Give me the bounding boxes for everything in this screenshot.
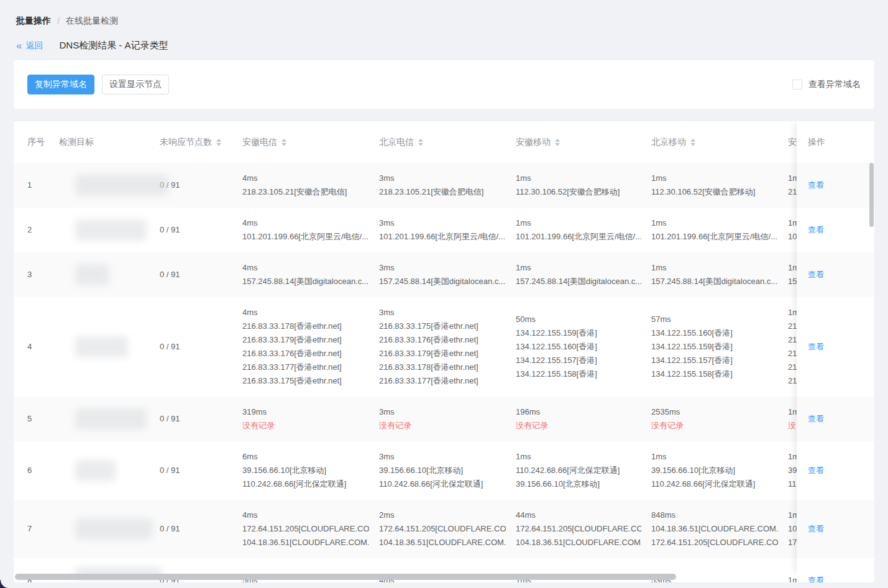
redacted-target xyxy=(75,460,116,481)
dns-record: 157.245.88.14[美国digitalocean.c... xyxy=(651,275,778,288)
sort-carets-icon[interactable] xyxy=(216,139,221,146)
double-chevron-left-icon[interactable]: « xyxy=(16,40,22,51)
dns-record: 39.156.66.10[北京移动] xyxy=(379,464,506,477)
target-cell xyxy=(59,252,160,297)
breadcrumb-section[interactable]: 批量操作 xyxy=(16,16,51,27)
result-cell-anhui_mobile: 1ms112.30.106.52[安徽合肥移动] xyxy=(516,163,651,208)
horizontal-scrollbar-thumb[interactable] xyxy=(15,574,676,580)
target-cell xyxy=(59,208,160,252)
dns-record: 39.156.66.10[北京移动] xyxy=(242,464,369,477)
target-cell xyxy=(59,397,160,441)
column-header-anhui_telecom[interactable]: 安徽电信 xyxy=(242,121,379,163)
view-link[interactable]: 查看 xyxy=(808,575,824,582)
seq-cell-value: 5 xyxy=(27,412,49,426)
column-label: 北京移动 xyxy=(651,137,686,148)
action-cell: 查看 xyxy=(797,252,874,297)
toolbar-card: 复制异常域名 设置显示节点 查看异常域名 xyxy=(14,60,874,109)
sort-carets-icon[interactable] xyxy=(282,139,286,146)
sort-carets-icon[interactable] xyxy=(418,139,423,146)
dns-record: 216.83.33.179[香港ethr.net] xyxy=(379,347,506,361)
target-cell xyxy=(59,441,160,500)
result-cell-anhui_telecom: 4ms216.83.33.178[香港ethr.net]216.83.33.17… xyxy=(242,297,379,397)
latency-value: 44ms xyxy=(516,508,641,522)
unresponsive-cell-value: 0 / 91 xyxy=(160,340,232,354)
table-row: 60 / 916ms39.156.66.10[北京移动]110.242.68.6… xyxy=(14,441,874,500)
no-record-text: 没有记录 xyxy=(242,419,369,433)
action-cell: 查看 xyxy=(797,558,874,582)
view-abnormal-checkbox[interactable] xyxy=(792,80,802,90)
latency-value: 319ms xyxy=(242,405,369,419)
unresponsive-cell-value: 0 / 91 xyxy=(160,522,232,536)
dns-record: 218.23.105.21[安徽合肥电信] xyxy=(242,185,369,199)
table-scroll-viewport[interactable]: 序号检测目标未响应节点数安徽电信北京电信安徽移动北京移动安徽联通 10 / 91… xyxy=(14,121,874,582)
sort-ascending-icon xyxy=(555,139,560,142)
sort-ascending-icon xyxy=(690,139,695,142)
dns-record: 112.30.106.52[安徽合肥移动] xyxy=(516,185,641,199)
column-header-unresponsive[interactable]: 未响应节点数 xyxy=(160,121,242,163)
table-row: 10 / 914ms218.23.105.21[安徽合肥电信]3ms218.23… xyxy=(14,163,874,208)
view-link[interactable]: 查看 xyxy=(808,523,824,535)
view-link[interactable]: 查看 xyxy=(808,180,824,191)
toolbar-right-group: 查看异常域名 xyxy=(792,79,861,90)
back-bar: « 返回 DNS检测结果 - A记录类型 xyxy=(16,40,168,52)
result-cell-beijing_telecom: 3ms没有记录 xyxy=(379,397,516,441)
view-link[interactable]: 查看 xyxy=(808,465,824,476)
column-header-target: 检测目标 xyxy=(59,121,160,163)
redacted-target xyxy=(75,175,168,196)
dns-record: 134.122.155.159[香港] xyxy=(651,340,778,354)
unresponsive-cell-value: 0 / 91 xyxy=(160,412,232,426)
table-row: 30 / 914ms157.245.88.14[美国digitalocean.c… xyxy=(14,252,874,297)
action-cells: 查看查看查看查看查看查看查看查看 xyxy=(797,163,874,582)
unresponsive-cell: 0 / 91 xyxy=(160,252,242,297)
sort-ascending-icon xyxy=(282,139,286,142)
result-cell-beijing_telecom: 3ms218.23.105.21[安徽合肥电信] xyxy=(379,163,516,208)
latency-value: 3ms xyxy=(379,216,506,230)
view-link[interactable]: 查看 xyxy=(808,341,824,352)
dns-record: 172.64.151.205[CLOUDFLARE.CO... xyxy=(379,522,506,536)
result-cell-beijing_mobile: 57ms134.122.155.160[香港]134.122.155.159[香… xyxy=(651,297,788,397)
target-cell xyxy=(59,500,160,558)
latency-value: 1ms xyxy=(651,172,778,185)
action-cell: 查看 xyxy=(797,500,874,558)
set-display-nodes-button[interactable]: 设置显示节点 xyxy=(102,75,169,94)
target-domain: google.com xyxy=(81,581,150,582)
no-record-text: 没有记录 xyxy=(379,419,506,433)
copy-abnormal-domains-button[interactable]: 复制异常域名 xyxy=(27,75,94,94)
latency-value: 6ms xyxy=(242,450,369,464)
action-cell: 查看 xyxy=(797,163,874,208)
dns-record: 134.122.155.160[香港] xyxy=(651,326,778,340)
dns-record: 216.83.33.175[香港ethr.net] xyxy=(379,319,506,333)
dns-record: 110.242.68.66[河北保定联通] xyxy=(379,477,506,491)
latency-value: 196ms xyxy=(516,405,641,419)
view-link[interactable]: 查看 xyxy=(808,224,824,236)
seq-cell: 4 xyxy=(14,297,59,397)
latency-value: 1ms xyxy=(651,216,778,230)
vertical-scrollbar-thumb[interactable] xyxy=(869,163,874,227)
view-link[interactable]: 查看 xyxy=(808,413,824,425)
column-header-anhui_mobile[interactable]: 安徽移动 xyxy=(516,121,651,163)
seq-cell: 7 xyxy=(14,500,59,558)
column-header-beijing_telecom[interactable]: 北京电信 xyxy=(379,121,516,163)
column-label: 安徽移动 xyxy=(516,137,551,148)
latency-value: 2535ms xyxy=(651,405,778,419)
redacted-target xyxy=(75,336,128,357)
result-cell-anhui_mobile: 44ms172.64.151.205[CLOUDFLARE.CO...104.1… xyxy=(516,500,651,558)
sort-carets-icon[interactable] xyxy=(690,139,695,146)
unresponsive-cell-value: 0 / 91 xyxy=(160,178,232,192)
result-cell-anhui_mobile: 1ms101.201.199.66[北京阿里云/电信/... xyxy=(516,208,651,252)
dns-record: 101.201.199.66[北京阿里云/电信/... xyxy=(516,230,641,244)
dns-record: 134.122.155.157[香港] xyxy=(516,354,641,367)
sort-carets-icon[interactable] xyxy=(555,139,560,146)
latency-value: 1ms xyxy=(516,450,641,464)
action-cell: 查看 xyxy=(797,397,874,441)
column-header-beijing_mobile[interactable]: 北京移动 xyxy=(651,121,788,163)
window-corner xyxy=(0,580,9,588)
result-cell-anhui_telecom: 4ms101.201.199.66[北京阿里云/电信/... xyxy=(242,208,379,252)
back-link[interactable]: 返回 xyxy=(25,40,43,52)
action-cell: 查看 xyxy=(797,208,874,252)
dns-record: 216.83.33.177[香港ethr.net] xyxy=(242,361,369,374)
view-link[interactable]: 查看 xyxy=(808,269,824,280)
seq-cell: 3 xyxy=(14,252,59,297)
result-cell-beijing_telecom: 3ms157.245.88.14[美国digitalocean.c... xyxy=(379,252,516,297)
latency-value: 848ms xyxy=(651,508,778,522)
